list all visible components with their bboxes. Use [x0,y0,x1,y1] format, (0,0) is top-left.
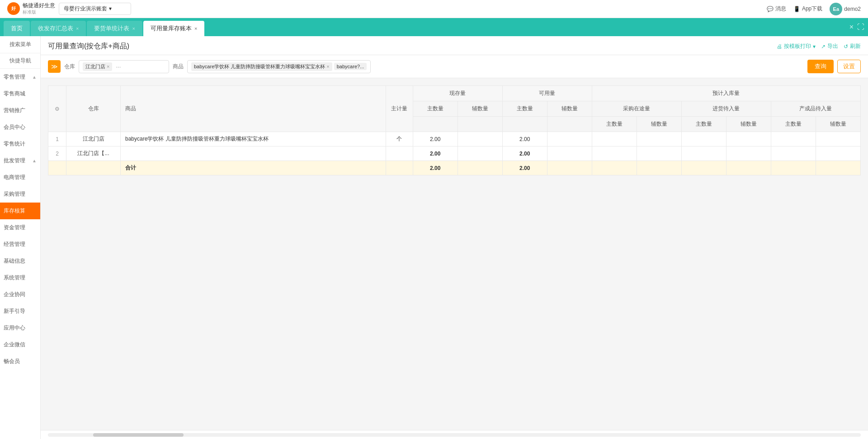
message-label: 消息 [775,5,786,13]
sidebar-item-label: 电商管理 [4,174,25,181]
store-name: 母婴行业演示账套 [64,5,107,13]
store-selector[interactable]: 母婴行业演示账套 ▾ [59,3,131,15]
search-label: 搜索菜单 [9,41,31,47]
sidebar-item-enterprise-collab[interactable]: 企业协同 [0,286,40,303]
sidebar-item-label: 会员中心 [4,123,25,131]
tab-close-icon[interactable]: × [76,26,79,31]
th-stock-aux-qty: 辅数量 [458,101,502,117]
tab-receive-pay[interactable]: 收发存汇总表 × [31,21,86,36]
setting-button[interactable]: 设置 [837,60,861,73]
sidebar-item-new-guide[interactable]: 新手引导 [0,303,40,320]
tab-home-label: 首页 [11,24,23,33]
sidebar-item-enterprise-wechat[interactable]: 企业微信 [0,336,40,353]
sidebar-item-retail-mgmt[interactable]: 零售管理 ▲ [0,69,40,85]
th-avail-aux-qty: 辅数量 [547,101,592,117]
summary-incoming-aux [726,161,771,175]
th-avail-aux-qty-2 [547,117,592,132]
row-stock-aux [458,146,502,161]
sidebar-item-operations[interactable]: 经营管理 [0,236,40,253]
table-container: ⚙ 仓库 商品 主计量 现存量 可用量 预计入库量 主数量 辅数量 主数量 辅数… [41,78,868,430]
th-purchase-in-transit: 采购在途量 [592,101,681,117]
app-icon: 📱 [793,6,800,12]
th-stock-main-qty: 主数量 [413,101,458,117]
app-download-label: App下载 [802,5,822,13]
scroll-thumb[interactable] [93,433,184,437]
sidebar-item-inventory[interactable]: 库存核算 [0,203,40,219]
message-icon: 💬 [767,6,774,12]
settings-icon[interactable]: ⚙ [55,106,60,112]
sidebar-item-label: 系统管理 [4,274,25,282]
sidebar-item-wholesale-mgmt[interactable]: 批发管理 ▲ [0,152,40,169]
summary-row: 合计 2.00 2.00 [48,161,861,175]
th-current-stock: 现存量 [413,86,502,101]
sidebar-item-retail-stats[interactable]: 零售统计 [0,136,40,152]
sidebar-item-app-center[interactable]: 应用中心 [0,320,40,336]
scroll-track[interactable] [48,433,861,437]
sidebar-item-label: 基础信息 [4,257,25,265]
row-product [121,146,386,161]
tab-home[interactable]: 首页 [4,21,30,36]
row-avail-main: 2.00 [502,132,547,146]
app-download-action[interactable]: 📱 App下载 [793,5,822,13]
row-warehouse: 江北门店【... [66,146,121,161]
th-products-pending: 产成品待入量 [771,101,860,117]
table-row: 2 江北门店【... 2.00 2.00 [48,146,861,161]
row-avail-main: 2.00 [502,146,547,161]
tab-available-stock[interactable]: 可用量库存账本 × [143,21,204,36]
product-tag-1-close[interactable]: × [326,64,329,69]
summary-incoming-main [681,161,726,175]
sidebar-item-retail-mall[interactable]: 零售商城 [0,85,40,102]
sidebar-item-basics[interactable]: 基础信息 [0,253,40,269]
summary-label: 合计 [121,161,386,175]
th-avail-main-qty-2 [502,117,547,132]
top-bar: 好 畅捷通好生意 标准版 母婴行业演示账套 ▾ 💬 消息 📱 App下载 Ea … [0,0,868,18]
warehouse-filter-group[interactable]: 江北门店 × ··· [79,60,169,73]
warehouse-tag: 江北门店 × [83,62,112,71]
user-profile[interactable]: Ea demo2 [830,3,861,15]
query-button[interactable]: 查询 [807,60,834,73]
filter-toggle-btn[interactable]: ≫ [48,60,61,73]
product-tag-2: babycare?... [334,63,367,70]
row-incoming-aux [726,146,771,161]
tab-close-icon[interactable]: × [194,26,197,31]
refresh-btn[interactable]: ↺ 刷新 [844,42,861,50]
th-avail-main-qty: 主数量 [502,101,547,117]
export-btn[interactable]: ↗ 导出 [821,42,838,50]
summary-stock-aux [458,161,502,175]
sidebar-item-system[interactable]: 系统管理 [0,269,40,286]
tab-close-icon[interactable]: × [132,26,135,31]
summary-products-main [771,161,816,175]
sidebar-item-marketing[interactable]: 营销推广 [0,102,40,119]
sidebar-search[interactable]: 搜索菜单 [0,36,40,53]
sidebar-item-vip-member[interactable]: 畅会员 [0,353,40,370]
th-purchase-aux: 辅数量 [637,117,681,132]
nav-close-icon[interactable]: × [849,23,854,31]
sidebar-item-label: 企业微信 [4,341,25,349]
nav-expand-icon[interactable]: ⛶ [857,23,864,31]
sidebar-quick-nav[interactable]: 快捷导航 [0,53,40,69]
summary-empty-1 [48,161,66,175]
sidebar-item-purchase[interactable]: 采购管理 [0,186,40,203]
page-title: 可用量查询(按仓库+商品) [48,42,129,51]
top-bar-right: 💬 消息 📱 App下载 Ea demo2 [767,3,861,15]
message-action[interactable]: 💬 消息 [767,5,786,13]
sidebar: 搜索菜单 快捷导航 零售管理 ▲ 零售商城 营销推广 会员中心 零售统计 批发管… [0,36,41,439]
export-label: 导出 [827,42,838,50]
refresh-icon: ↺ [844,43,848,50]
warehouse-tag-close[interactable]: × [107,64,109,69]
row-products-aux [816,146,860,161]
sidebar-item-ecommerce[interactable]: 电商管理 [0,169,40,186]
print-template-btn[interactable]: 🖨 按模板打印 ▾ [777,42,816,50]
product-filter-group[interactable]: babycare学饮杯 儿童防摔防撞吸管杯重力球吸嘴杯宝宝水杯 × babyca… [187,60,371,73]
avatar: Ea [830,3,842,15]
filter-more-dots[interactable]: ··· [114,63,123,70]
row-avail-aux [547,146,592,161]
summary-avail-aux [547,161,592,175]
tab-order-stats[interactable]: 要货单统计表 × [87,21,142,36]
sidebar-item-finance[interactable]: 资金管理 [0,219,40,236]
sidebar-item-member-center[interactable]: 会员中心 [0,119,40,136]
th-purchase-main: 主数量 [592,117,637,132]
th-products-main: 主数量 [771,117,816,132]
row-warehouse: 江北门店 [66,132,121,146]
th-incoming-aux: 辅数量 [726,117,771,132]
